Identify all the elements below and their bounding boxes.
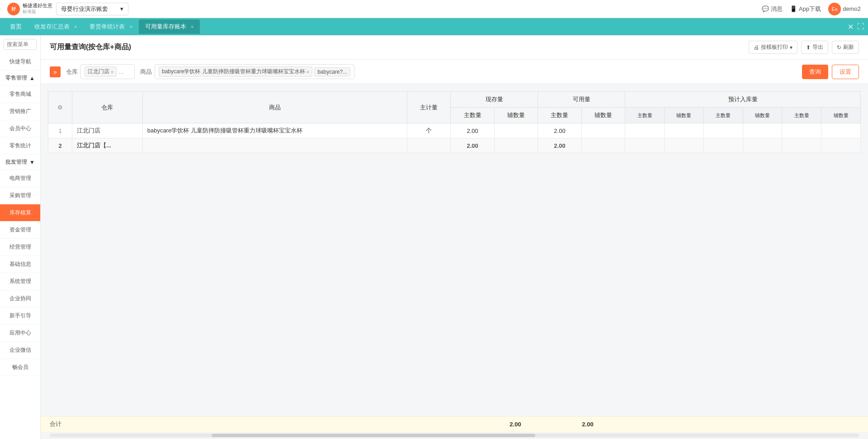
avatar: Ea [828, 3, 841, 15]
product-input[interactable]: babycare学饮杯 儿童防摔防撞吸管杯重力球吸嘴杯宝宝水杯 × babyca… [155, 64, 354, 79]
tab-order[interactable]: 要货单统计表 × [83, 19, 138, 34]
subtotal-purchase-main [625, 138, 665, 153]
close-all-icon[interactable]: ✕ [848, 23, 854, 31]
tab-home[interactable]: 首页 [4, 19, 28, 34]
product-tag1-text: babycare学饮杯 儿童防摔防撞吸管杯重力球吸嘴杯宝宝水杯 [162, 68, 305, 76]
th-unit: 主计量 [407, 92, 450, 123]
cell-available-main: 2.00 [538, 123, 581, 138]
sidebar-item-member[interactable]: 会员中心 [0, 120, 40, 137]
expand-filter-btn[interactable]: » [50, 66, 61, 77]
fullscreen-icon[interactable]: ⛶ [857, 23, 864, 31]
table-footer: 合计 2.00 2.00 [41, 416, 868, 432]
top-bar-right: 💬 消息 📱 App下载 Ea demo2 [762, 3, 861, 15]
chevron-icon: ▲ [29, 75, 35, 81]
cell-index: 1 [48, 123, 72, 138]
sidebar-item-retail-mall[interactable]: 零售商城 [0, 86, 40, 103]
tab-stock-close[interactable]: × [191, 24, 193, 29]
sidebar-item-ecommerce[interactable]: 电商管理 [0, 170, 40, 187]
messages-label: 消息 [771, 5, 783, 13]
settings-icon[interactable]: ⚙ [57, 104, 63, 111]
user-area[interactable]: Ea demo2 [828, 3, 861, 15]
sidebar-item-finance[interactable]: 资金管理 [0, 222, 40, 239]
sidebar-item-system[interactable]: 系统管理 [0, 273, 40, 290]
warehouse-tag: 江北门店 × [85, 66, 117, 77]
sidebar-item-retail-mgmt[interactable]: 零售管理 ▲ [0, 71, 40, 86]
sidebar-item-purchase[interactable]: 采购管理 [0, 187, 40, 204]
sidebar-item-wechat[interactable]: 企业微信 [0, 342, 40, 359]
top-bar-left: 好 畅捷通好生意 标准版 母婴行业演示账套 ▾ [7, 3, 128, 15]
sidebar-item-vip[interactable]: 畅会员 [0, 359, 40, 376]
tab-order-close[interactable]: × [129, 24, 132, 29]
query-btn[interactable]: 查询 [802, 65, 828, 79]
sidebar-item-marketing[interactable]: 营销推广 [0, 103, 40, 120]
subtotal-stock-main: 2.00 [451, 138, 494, 153]
footer-stock-main: 2.00 [497, 421, 533, 428]
tab-receipt-close[interactable]: × [74, 24, 77, 29]
settings-btn[interactable]: 设置 [832, 65, 859, 79]
cell-unit: 个 [407, 123, 450, 138]
print-btn[interactable]: 🖨 按模板打印 ▾ [749, 41, 797, 54]
th-production-aux: 辅数量 [821, 108, 861, 123]
th-settings[interactable]: ⚙ [48, 92, 72, 123]
th-available-main: 主数量 [538, 108, 581, 123]
sidebar-item-label: 库存核算 [9, 209, 31, 217]
th-stock-aux: 辅数量 [494, 108, 538, 123]
sidebar-item-label: 零售管理 [5, 74, 27, 82]
sidebar-item-label: 批发管理 [5, 158, 27, 166]
subtotal-index: 2 [48, 138, 72, 153]
th-incoming-main: 主数量 [703, 108, 743, 123]
warehouse-input[interactable]: 江北门店 × ... [80, 64, 135, 79]
th-purchase-aux: 辅数量 [664, 108, 703, 123]
cell-stock-main: 2.00 [451, 123, 494, 138]
sidebar-item-label: 企业协同 [9, 295, 31, 302]
sidebar-item-label: 零售商城 [9, 90, 31, 98]
cell-purchase-main [625, 123, 665, 138]
company-selector[interactable]: 母婴行业演示账套 ▾ [56, 3, 128, 15]
tab-order-label: 要货单统计表 [90, 23, 125, 31]
refresh-btn[interactable]: ↻ 刷新 [832, 41, 859, 54]
page-header-right: 🖨 按模板打印 ▾ ⬆ 导出 ↻ 刷新 [749, 41, 859, 59]
refresh-icon: ↻ [837, 44, 841, 51]
th-available-aux: 辅数量 [581, 108, 625, 123]
sidebar-search-area [0, 35, 40, 53]
subtotal-purchase-aux [664, 138, 703, 153]
sidebar-item-label: 资金管理 [9, 226, 31, 234]
sidebar-item-operations[interactable]: 经营管理 [0, 239, 40, 256]
th-production-main: 主数量 [782, 108, 821, 123]
warehouse-tag-remove[interactable]: × [111, 69, 113, 75]
th-available-group: 可用量 [538, 92, 625, 108]
cell-production-main [782, 123, 821, 138]
sidebar-item-quick-nav[interactable]: 快捷导航 [0, 53, 40, 71]
product-filter: 商品 babycare学饮杯 儿童防摔防撞吸管杯重力球吸嘴杯宝宝水杯 × bab… [140, 64, 354, 79]
filter-row: » 仓库 江北门店 × ... 商品 babycare学饮杯 儿童防摔防撞吸管杯… [41, 60, 868, 84]
product-tag2: babycare?... [314, 67, 350, 76]
page-header: 可用量查询(按仓库+商品) 🖨 按模板打印 ▾ ⬆ 导出 ↻ 刷新 [41, 35, 868, 60]
sidebar-item-basic[interactable]: 基础信息 [0, 256, 40, 273]
horizontal-scrollbar[interactable] [50, 434, 859, 437]
cell-available-aux [581, 123, 625, 138]
sidebar-item-app-center[interactable]: 应用中心 [0, 325, 40, 342]
export-icon: ⬆ [806, 44, 811, 51]
company-name: 母婴行业演示账套 [61, 5, 108, 13]
product-tag1-remove[interactable]: × [307, 69, 309, 75]
tab-stock[interactable]: 可用量库存账本 × [139, 19, 200, 34]
refresh-label: 刷新 [843, 43, 854, 51]
search-input[interactable] [4, 39, 37, 50]
sidebar-item-wholesale-mgmt[interactable]: 批发管理 ▼ [0, 155, 40, 170]
sidebar-item-enterprise[interactable]: 企业协同 [0, 290, 40, 307]
tab-receipt[interactable]: 收发存汇总表 × [28, 19, 83, 34]
export-btn[interactable]: ⬆ 导出 [801, 41, 828, 54]
sidebar-item-inventory[interactable]: 库存核算 [0, 204, 40, 222]
app-download-btn[interactable]: 📱 App下载 [790, 5, 821, 13]
sidebar-item-newbie[interactable]: 新手引导 [0, 307, 40, 325]
table-row: 1 江北门店 babycare学饮杯 儿童防摔防撞吸管杯重力球吸嘴杯宝宝水杯 个… [48, 123, 861, 138]
messages-btn[interactable]: 💬 消息 [762, 5, 783, 13]
sidebar-item-retail-stats[interactable]: 零售统计 [0, 137, 40, 155]
subtotal-incoming-aux [743, 138, 782, 153]
subtotal-production-main [782, 138, 821, 153]
scroll-thumb[interactable] [212, 434, 535, 437]
tab-stock-label: 可用量库存账本 [145, 23, 186, 31]
th-warehouse: 仓库 [72, 92, 143, 123]
filter-actions: 查询 设置 [802, 65, 859, 79]
cell-stock-aux [494, 123, 538, 138]
